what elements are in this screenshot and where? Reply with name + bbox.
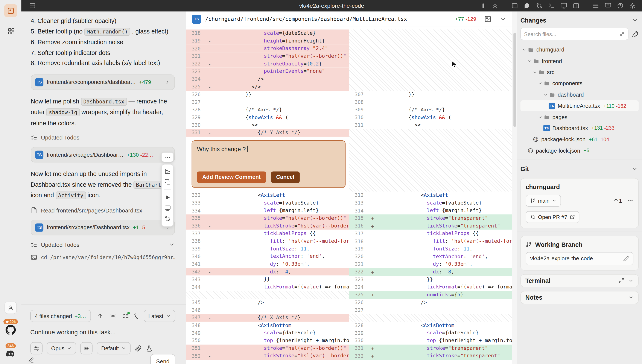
terminal-section-header[interactable]: Terminal <box>520 274 639 287</box>
diff-line[interactable]: 333 scale={valueScale} <box>186 199 349 207</box>
chevron-down-icon[interactable] <box>538 81 543 86</box>
scroll-to-top-button[interactable] <box>97 313 104 319</box>
diff-line[interactable]: 350 top={innerHeight + margin.top} <box>186 337 349 344</box>
toggle-terminal-button[interactable] <box>546 1 557 11</box>
branch-dropdown[interactable]: main <box>526 195 561 207</box>
diff-line[interactable]: 321- stroke="hsl(var(--border))" <box>186 52 349 60</box>
play-icon[interactable] <box>165 194 171 201</box>
model-dropdown[interactable]: Opus <box>47 342 76 354</box>
add-review-comment-button[interactable]: Add Review Comment <box>197 172 266 183</box>
diff-line[interactable]: 320 textAnchor: 'end', <box>349 253 512 260</box>
diff-line[interactable]: 328 {/* Axes */} <box>186 106 349 114</box>
diff-line[interactable]: 315+ stroke="transparent" <box>349 214 512 222</box>
diff-line[interactable]: 316+ tickStroke="transparent" <box>349 222 512 230</box>
github-link[interactable]: ★22k <box>0 319 21 338</box>
diff-line[interactable]: 320- strokeDasharray="2,4" <box>186 45 349 52</box>
toggle-diff-button[interactable] <box>534 1 545 11</box>
toggle-right-panel-button[interactable] <box>571 1 581 11</box>
settings-button[interactable] <box>627 1 638 11</box>
mode-dropdown[interactable]: Default <box>97 342 131 354</box>
chevron-down-icon[interactable] <box>527 59 532 63</box>
diff-line[interactable]: 337 tickLabelProps={{ <box>186 230 349 237</box>
tree-folder-row[interactable]: pages <box>520 112 639 122</box>
diff-line[interactable]: 343 }} <box>186 276 349 283</box>
chevron-down-icon[interactable] <box>533 70 537 74</box>
toggle-chat-button[interactable] <box>521 1 532 11</box>
message-more-button[interactable] <box>161 152 174 162</box>
help-button[interactable] <box>615 1 626 11</box>
chevron-down-icon[interactable] <box>543 92 548 97</box>
changes-section-header[interactable]: Changes <box>520 12 639 28</box>
diff-line[interactable]: 340 textAnchor: 'end', <box>186 252 349 260</box>
tree-file-row[interactable]: TSDashboard.tsx+131 -233 <box>520 123 639 134</box>
notes-section-header[interactable]: Notes <box>520 291 639 304</box>
attach-button[interactable] <box>135 345 142 352</box>
diff-line[interactable]: 312 <AxisLeft <box>349 192 512 199</box>
edit-pencil-icon[interactable] <box>623 256 629 262</box>
diff-line[interactable]: 325- </> <box>186 83 349 91</box>
review-comment-input[interactable]: Why this change ? <box>197 146 340 152</box>
toggle-preview-button[interactable] <box>558 1 569 11</box>
diff-line[interactable]: 323 }} <box>349 276 512 283</box>
workspaces-grid-button[interactable] <box>5 25 17 37</box>
rendered-view-button[interactable] <box>484 16 491 22</box>
tree-folder-row[interactable]: frontend <box>520 55 639 66</box>
diff-line[interactable]: 346 <box>186 306 349 314</box>
diff-line[interactable]: 308 <box>349 98 512 106</box>
todos-status-button[interactable] <box>122 313 129 319</box>
experiments-button[interactable] <box>146 345 153 352</box>
diff-line[interactable]: 327 <box>349 306 512 314</box>
terminal-command-row[interactable]: cd /private/var/folders/10/h7w0q46556ggr… <box>31 254 175 260</box>
diff-line[interactable]: 325+ numTicks={5} <box>349 291 512 299</box>
diff-line[interactable]: 318 fill: 'hsl(var(--muted-foreground))'… <box>349 237 512 245</box>
diff-line[interactable]: 318- scale={dateScale} <box>186 30 349 37</box>
diff-line[interactable]: 332+ tickStroke="transparent" <box>349 352 512 360</box>
tree-folder-row[interactable]: dashboard <box>520 89 639 100</box>
diff-line[interactable]: 332 <AxisLeft <box>186 192 349 199</box>
chevron-down-icon[interactable] <box>628 278 634 284</box>
collapse-tree-icon[interactable] <box>619 31 625 37</box>
updated-todos-row[interactable]: Updated Todos <box>31 134 175 141</box>
diff-line[interactable]: 352- tickStroke="hsl(var(--border))" <box>186 352 349 360</box>
diff-scrollbar-thumb[interactable] <box>513 33 516 127</box>
tree-folder-row[interactable]: components <box>520 78 639 89</box>
diff-line[interactable]: 314 left={margin.left} <box>349 207 512 214</box>
file-change-card[interactable]: TSfrontend/src/pages/Dashboar…+130 -22… <box>31 147 175 162</box>
diff-line[interactable]: 330 top={innerHeight + margin.top} <box>349 337 512 345</box>
diff-line[interactable]: 336- tickStroke="hsl(var(--border))" <box>186 222 349 230</box>
copy-icon[interactable] <box>165 179 171 185</box>
diff-line[interactable]: 347- {/* X Axis */} <box>186 314 349 322</box>
diff-line[interactable]: 330 <> <box>186 121 349 129</box>
diff-line[interactable]: 331- {/* Y Axis */} <box>186 129 349 137</box>
diff-line[interactable]: 327 <box>186 98 349 106</box>
diff-line[interactable]: 309 {/* Axes */} <box>349 106 512 114</box>
skip-forward-button[interactable] <box>80 342 93 354</box>
latest-dropdown[interactable]: Latest <box>144 310 175 322</box>
file-change-card[interactable]: TSfrontend/src/components/dashboa…+479 <box>31 74 175 90</box>
git-section-header[interactable]: Git <box>520 160 639 176</box>
diff-line[interactable]: 317 tickLabelProps={{ <box>349 230 512 238</box>
diff-line[interactable]: 310 {showAxis && ( <box>349 114 512 121</box>
tree-file-row[interactable]: TSMultiLineArea.tsx+110 -162 <box>520 100 639 112</box>
chevron-down-icon[interactable] <box>538 115 543 119</box>
collapse-file-button[interactable] <box>499 16 506 22</box>
open-pr-button[interactable]: Open PR #7 <box>526 211 579 223</box>
diff-line[interactable]: 323- pointerEvents="none" <box>186 68 349 75</box>
diff-line[interactable]: 328 <AxisBottom <box>349 322 512 329</box>
review-comment-box[interactable]: Why this change ?Add Review CommentCance… <box>192 140 345 188</box>
diff-line[interactable]: 338 fill: 'hsl(var(--muted-foreground))'… <box>186 237 349 245</box>
diff-line[interactable]: 313 scale={valueScale} <box>349 199 512 207</box>
updated-todos-row[interactable]: Updated Todos <box>31 241 175 248</box>
watch-files-button[interactable] <box>632 30 638 37</box>
message-input[interactable]: Continue working on this task... <box>30 328 175 336</box>
tree-file-row[interactable]: {}package-lock.json+61 -104 <box>520 134 639 145</box>
files-changed-pill[interactable]: 4 files changed +3… <box>30 310 91 322</box>
toggle-left-panel-button[interactable] <box>509 1 520 11</box>
screenshot-icon[interactable] <box>165 168 171 174</box>
expand-icon[interactable] <box>618 278 624 284</box>
menu-button[interactable] <box>590 1 601 11</box>
diff-line[interactable]: 324 tickFormat={(value) => formatValue(v… <box>349 283 512 291</box>
account-button[interactable] <box>5 302 17 314</box>
cancel-button[interactable]: Cancel <box>271 172 300 183</box>
chevron-down-icon[interactable] <box>628 295 634 300</box>
